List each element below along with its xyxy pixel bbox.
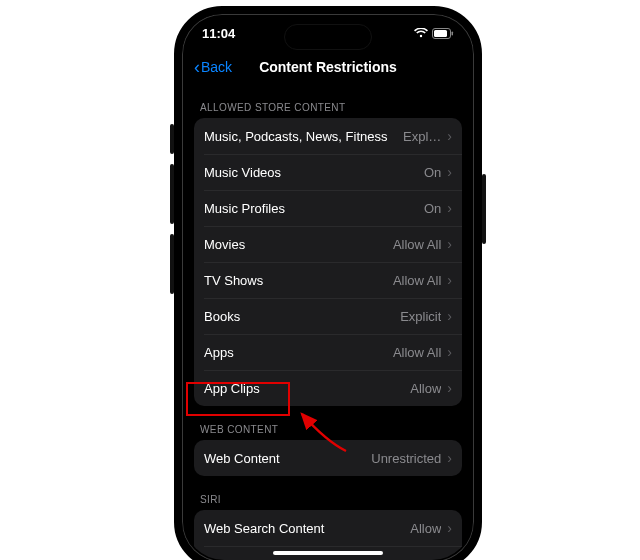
back-label: Back (201, 59, 232, 75)
chevron-right-icon: › (447, 237, 452, 251)
chevron-right-icon: › (447, 165, 452, 179)
screen: 11:04 ‹ Back Content Restrictions (184, 16, 472, 560)
chevron-right-icon: › (447, 309, 452, 323)
chevron-right-icon: › (447, 345, 452, 359)
svg-rect-1 (434, 30, 447, 37)
section-header-web: WEB CONTENT (194, 406, 462, 440)
row-apps[interactable]: Apps Allow All › (194, 334, 462, 370)
row-web-content[interactable]: Web Content Unrestricted › (194, 440, 462, 476)
phone-frame: 11:04 ‹ Back Content Restrictions (174, 6, 482, 560)
row-tv-shows[interactable]: TV Shows Allow All › (194, 262, 462, 298)
section-header-allowed: ALLOWED STORE CONTENT (194, 84, 462, 118)
row-movies[interactable]: Movies Allow All › (194, 226, 462, 262)
row-web-search-content[interactable]: Web Search Content Allow › (194, 510, 462, 546)
row-app-clips[interactable]: App Clips Allow › (194, 370, 462, 406)
row-music-videos[interactable]: Music Videos On › (194, 154, 462, 190)
section-header-siri: SIRI (194, 476, 462, 510)
home-indicator[interactable] (273, 551, 383, 555)
status-time: 11:04 (202, 26, 235, 41)
chevron-right-icon: › (447, 521, 452, 535)
group-allowed-store: Music, Podcasts, News, Fitness Expl… › M… (194, 118, 462, 406)
chevron-right-icon: › (447, 273, 452, 287)
nav-bar: ‹ Back Content Restrictions (184, 50, 472, 84)
row-music-profiles[interactable]: Music Profiles On › (194, 190, 462, 226)
chevron-right-icon: › (447, 201, 452, 215)
chevron-left-icon: ‹ (194, 58, 200, 76)
svg-rect-2 (452, 31, 454, 35)
row-music-podcasts[interactable]: Music, Podcasts, News, Fitness Expl… › (194, 118, 462, 154)
battery-icon (432, 28, 454, 39)
chevron-right-icon: › (447, 129, 452, 143)
row-books[interactable]: Books Explicit › (194, 298, 462, 334)
chevron-right-icon: › (447, 451, 452, 465)
chevron-right-icon: › (447, 381, 452, 395)
wifi-icon (414, 28, 428, 38)
back-button[interactable]: ‹ Back (194, 58, 232, 76)
dynamic-island (284, 24, 372, 50)
group-web-content: Web Content Unrestricted › (194, 440, 462, 476)
